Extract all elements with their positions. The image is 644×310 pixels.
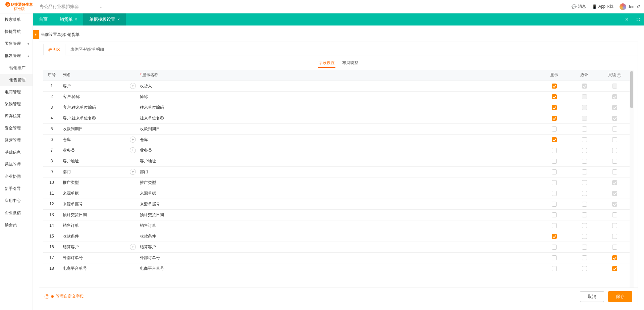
messages-button[interactable]: 💬 消息 [572, 4, 586, 9]
checkbox-readonly[interactable] [612, 148, 617, 153]
cell-display[interactable]: 来源单据号 [137, 199, 539, 209]
panel-tab-body[interactable]: 表体区-销货单明细 [65, 44, 109, 55]
cell-display[interactable]: 业务员 [137, 145, 539, 156]
checkbox-show[interactable] [552, 212, 557, 217]
subtab-fields[interactable]: 字段设置 [318, 59, 335, 68]
checkbox-show[interactable] [552, 245, 557, 250]
checkbox-required[interactable] [582, 126, 587, 132]
checkbox-required[interactable] [582, 169, 587, 174]
sidebar-item-search[interactable]: 搜索菜单 [0, 13, 33, 25]
checkbox-readonly[interactable] [612, 126, 617, 132]
cell-display[interactable]: 简称 [137, 91, 539, 102]
checkbox-show[interactable] [552, 148, 557, 153]
checkbox-show[interactable] [552, 159, 557, 164]
tab-template[interactable]: 单据模板设置× [83, 13, 126, 25]
scrollbar-thumb[interactable] [630, 71, 633, 108]
sidebar-item-wechat[interactable]: 企业微信 [0, 207, 33, 219]
sidebar-item-biz[interactable]: 经营管理 [0, 134, 33, 146]
sidebar-item-base[interactable]: 基础信息 [0, 146, 33, 158]
sidebar-item-apps[interactable]: 应用中心 [0, 195, 33, 207]
add-icon[interactable]: + [130, 137, 136, 143]
checkbox-show[interactable] [552, 126, 557, 132]
sidebar-subitem-marketing[interactable]: 营销推广 [0, 62, 33, 74]
checkbox-readonly[interactable] [612, 169, 617, 174]
tab-sales-order[interactable]: 销货单× [54, 13, 83, 25]
checkbox-show[interactable] [552, 116, 557, 121]
sidebar-item-member[interactable]: 畅会员 [0, 219, 33, 231]
checkbox-required[interactable] [582, 202, 587, 207]
sidebar-item-inventory[interactable]: 库存核算 [0, 110, 33, 122]
checkbox-readonly[interactable] [612, 255, 617, 260]
sidebar-item-sys[interactable]: 系统管理 [0, 158, 33, 170]
checkbox-readonly[interactable] [612, 245, 617, 250]
cancel-button[interactable]: 取消 [580, 291, 604, 302]
cell-display[interactable]: 结算客户 [137, 242, 539, 252]
checkbox-readonly[interactable] [612, 159, 617, 164]
checkbox-readonly[interactable] [612, 137, 617, 142]
add-icon[interactable]: + [130, 147, 136, 153]
checkbox-required[interactable] [582, 234, 587, 239]
cell-display[interactable]: 来源单据 [137, 188, 539, 199]
checkbox-required[interactable] [582, 255, 587, 260]
checkbox-show[interactable] [552, 169, 557, 174]
cell-display[interactable]: 客户地址 [137, 156, 539, 166]
close-icon[interactable]: × [75, 17, 77, 22]
checkbox-required[interactable] [582, 266, 587, 271]
cell-display[interactable]: 收款到期日 [137, 123, 539, 134]
checkbox-required[interactable] [582, 148, 587, 153]
close-icon[interactable]: × [117, 17, 120, 22]
checkbox-show[interactable] [552, 84, 557, 89]
add-icon[interactable]: + [130, 83, 136, 89]
sidebar-item-funds[interactable]: 资金管理 [0, 122, 33, 134]
sidebar-item-collab[interactable]: 企业协同 [0, 170, 33, 183]
tab-close-all[interactable] [621, 13, 633, 25]
checkbox-required[interactable] [582, 191, 587, 196]
save-button[interactable]: 保存 [608, 291, 632, 302]
sidebar-item-purchase[interactable]: 采购管理 [0, 98, 33, 110]
checkbox-required[interactable] [582, 245, 587, 250]
fullscreen-button[interactable] [633, 13, 644, 25]
checkbox-required[interactable] [582, 212, 587, 217]
cell-display[interactable]: 收货人 [137, 81, 539, 91]
checkbox-show[interactable] [552, 223, 557, 228]
cell-display[interactable]: 推广类型 [137, 177, 539, 188]
checkbox-show[interactable] [552, 94, 557, 99]
cell-display[interactable]: 往来单位编码 [137, 102, 539, 113]
checkbox-required[interactable] [582, 137, 587, 142]
checkbox-readonly[interactable] [612, 212, 617, 217]
cell-display[interactable]: 销售订单 [137, 220, 539, 231]
tab-home[interactable]: 首页 [33, 13, 54, 25]
checkbox-show[interactable] [552, 266, 557, 271]
checkbox-show[interactable] [552, 234, 557, 239]
cell-display[interactable]: 电商平台单号 [137, 263, 539, 274]
org-selector[interactable]: 办公品行业模拟账套 ⌄ [40, 4, 103, 10]
checkbox-show[interactable] [552, 105, 557, 110]
cell-display[interactable]: 部门 [137, 166, 539, 177]
cell-display[interactable]: 收款条件 [137, 231, 539, 242]
sidebar-item-quicknav[interactable]: 快捷导航 [0, 25, 33, 38]
sidebar-item-retail[interactable]: 零售管理 [0, 38, 33, 50]
cell-display[interactable]: 外部订单号 [137, 252, 539, 263]
checkbox-required[interactable] [582, 180, 587, 185]
expand-handle[interactable] [33, 30, 39, 39]
download-button[interactable]: 📱 App下载 [592, 4, 613, 9]
manage-custom-fields-link[interactable]: ? ⚙ 管理自定义字段 [45, 294, 84, 299]
checkbox-show[interactable] [552, 137, 557, 142]
add-icon[interactable]: + [130, 244, 136, 250]
checkbox-readonly[interactable] [612, 223, 617, 228]
cell-display[interactable]: 往来单位名称 [137, 113, 539, 123]
checkbox-required[interactable] [582, 159, 587, 164]
checkbox-show[interactable] [552, 180, 557, 185]
sidebar-subitem-sales[interactable]: 销售管理 [0, 74, 33, 86]
grid-scroll[interactable]: 序号 列名 *显示名称 显示 必录 只读? 1客户+收 [43, 70, 630, 288]
cell-display[interactable]: 仓库 [137, 134, 539, 145]
checkbox-show[interactable] [552, 191, 557, 196]
sidebar-item-guide[interactable]: 新手引导 [0, 183, 33, 195]
cell-display[interactable]: 预计交货日期 [137, 209, 539, 220]
panel-tab-head[interactable]: 表头区 [43, 44, 65, 55]
user-menu[interactable]: demo2 [620, 3, 640, 10]
checkbox-readonly[interactable] [612, 234, 617, 239]
checkbox-show[interactable] [552, 255, 557, 260]
sidebar-item-ecom[interactable]: 电商管理 [0, 86, 33, 98]
checkbox-readonly[interactable] [612, 266, 617, 271]
